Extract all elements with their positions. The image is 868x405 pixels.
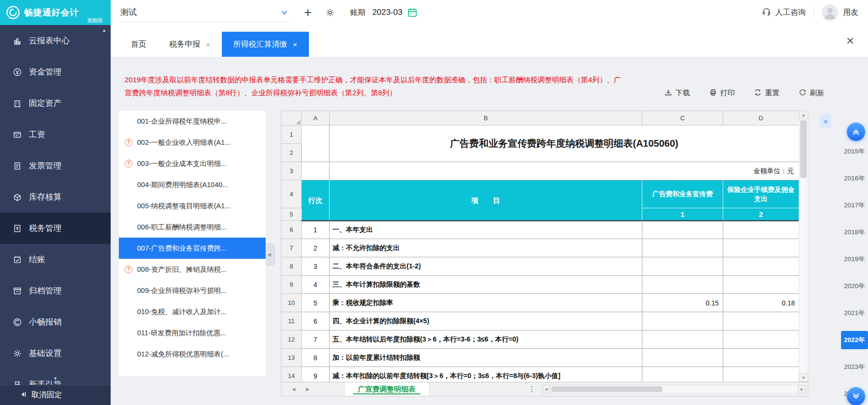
cell-empty[interactable] xyxy=(302,126,330,162)
form-list-item[interactable]: 001-企业所得税年度纳税申... xyxy=(119,111,266,132)
cell-value-col1[interactable] xyxy=(642,257,723,276)
cell-value-col1[interactable] xyxy=(642,276,723,294)
scroll-to-bottom-button[interactable] xyxy=(847,387,865,405)
cell-value-col2[interactable] xyxy=(723,239,799,257)
cell-value-col1[interactable] xyxy=(642,349,723,367)
cell-item[interactable]: 四、本企业计算的扣除限额(4×5) xyxy=(330,312,642,330)
cell-item[interactable]: 减：本年扣除的以前年度结转额[3＞6，本行=0；3≤6，本行=8与(6-3)孰小… xyxy=(330,367,642,382)
cell-value-col2[interactable]: 0.18 xyxy=(723,294,799,312)
row-header-14[interactable]: 14 xyxy=(281,367,302,382)
form-list-item[interactable]: 004-期间费用明细表(A1040... xyxy=(119,174,266,195)
sidebar-item-settings[interactable]: 基础设置 xyxy=(0,338,111,369)
refresh-button[interactable]: 刷新 xyxy=(799,89,824,98)
tab-item-3[interactable]: 所得税汇算清缴× xyxy=(222,32,309,57)
close-tabs-button[interactable]: × xyxy=(839,30,861,52)
row-header-4[interactable]: 4 xyxy=(281,180,302,208)
settings-gear-button[interactable] xyxy=(325,8,335,17)
row-header-12[interactable]: 12 xyxy=(281,330,302,349)
unit-label[interactable]: 金额单位：元 xyxy=(330,162,799,180)
account-set-select[interactable]: 测试 ∨ xyxy=(119,3,291,22)
cell-value-col1[interactable] xyxy=(642,330,723,349)
sheet-tab-prev-icon[interactable]: ◄ xyxy=(291,386,296,392)
scroll-down-icon[interactable]: ▼ xyxy=(799,373,808,382)
form-list-item[interactable]: 007-广告费和业务宣传费跨... xyxy=(119,238,266,259)
form-list-item[interactable]: 005-纳税调整项目明细表(A1... xyxy=(119,195,266,216)
year-item[interactable]: 2015年 xyxy=(841,142,868,161)
sheet-title[interactable]: 广告费和业务宣传费跨年度纳税调整明细表(A105060) xyxy=(330,126,799,162)
cell-item[interactable]: 减：不允许扣除的支出 xyxy=(330,239,642,257)
cell-line-no[interactable]: 3 xyxy=(302,257,330,276)
hscroll-thumb[interactable] xyxy=(551,386,663,392)
year-item[interactable]: 2023年 xyxy=(841,358,868,376)
form-list-item[interactable]: 010-免税、减计收入及加计... xyxy=(119,301,266,322)
collapse-list-button[interactable]: « xyxy=(266,243,275,266)
cell-value-col2[interactable] xyxy=(723,330,799,349)
unpin-button[interactable]: 取消固定 xyxy=(0,385,111,405)
row-header-5[interactable]: 5 xyxy=(281,208,302,221)
sidebar-item-reimburse[interactable]: 小畅报销 xyxy=(0,306,111,338)
year-item[interactable]: 2018年 xyxy=(841,223,868,241)
cell-line-no[interactable]: 8 xyxy=(302,349,330,367)
sidebar-item-tax[interactable]: 税务管理 xyxy=(0,213,111,244)
column-header-C[interactable]: C xyxy=(642,111,723,126)
cell-value-col1[interactable] xyxy=(642,221,723,239)
header-col1[interactable]: 广告费和业务宣传费 xyxy=(642,180,723,208)
add-account-set-button[interactable]: + xyxy=(304,8,312,17)
sidebar-scroll-down-icon[interactable]: ▼ xyxy=(0,376,111,381)
hscroll-track[interactable] xyxy=(550,385,798,393)
cell-value-col2[interactable] xyxy=(723,221,799,239)
cell-value-col2[interactable] xyxy=(723,276,799,294)
row-header-2[interactable]: 2 xyxy=(281,144,302,162)
sheet-tab[interactable]: 广宣费调整明细表 xyxy=(344,382,430,396)
cell-line-no[interactable]: 5 xyxy=(302,294,330,312)
cell-value-col2[interactable] xyxy=(723,312,799,330)
tab-item-2[interactable]: 税务申报× xyxy=(158,32,222,57)
column-header-D[interactable]: D xyxy=(723,111,799,126)
tab-close-icon[interactable]: × xyxy=(293,40,297,49)
consult-link[interactable]: 人工咨询 xyxy=(762,7,806,18)
cell-line-no[interactable]: 4 xyxy=(302,276,330,294)
sidebar-scroll-up-icon[interactable]: ▲ xyxy=(102,28,106,33)
row-header-3[interactable]: 3 xyxy=(281,162,302,180)
sidebar-item-salary[interactable]: 工资 xyxy=(0,119,111,150)
sheet-corner[interactable] xyxy=(281,111,302,126)
cell-item[interactable]: 五、本年结转以后年度扣除额(3＞6，本行=3-6；3≤6，本行=0) xyxy=(330,330,642,349)
tab-close-icon[interactable]: × xyxy=(206,40,210,49)
year-item[interactable]: 2020年 xyxy=(841,277,868,295)
period-value[interactable]: 2023-03 xyxy=(372,8,402,17)
calendar-icon[interactable] xyxy=(407,7,418,18)
cell-empty[interactable] xyxy=(302,162,330,180)
year-item[interactable]: 2017年 xyxy=(841,196,868,215)
row-header-13[interactable]: 13 xyxy=(281,349,302,367)
sidebar-item-closing[interactable]: 结账 xyxy=(0,244,111,275)
sheet-tab-next-icon[interactable]: ► xyxy=(305,386,310,392)
cell-value-col2[interactable] xyxy=(723,367,799,382)
year-item[interactable]: 2022年 xyxy=(841,331,868,349)
cell-line-no[interactable]: 9 xyxy=(302,367,330,382)
sidebar-item-inventory[interactable]: 库存核算 xyxy=(0,181,111,213)
sheet-tab-more-icon[interactable]: ⋮ xyxy=(528,385,536,393)
vscroll-thumb[interactable] xyxy=(800,120,807,178)
form-list-item[interactable]: 012-减免所得税优惠明细表(... xyxy=(119,343,266,365)
cell-line-no[interactable]: 7 xyxy=(302,330,330,349)
header-col2-no[interactable]: 2 xyxy=(723,208,799,221)
cell-item[interactable]: 加：以前年度累计结转扣除额 xyxy=(330,349,642,367)
cell-item[interactable]: 一、本年支出 xyxy=(330,221,642,239)
cell-item[interactable]: 三、本年计算扣除限额的基数 xyxy=(330,276,642,294)
sidebar-item-cloud-report[interactable]: 云报表中心 xyxy=(0,25,111,56)
cell-value-col1[interactable] xyxy=(642,239,723,257)
year-item[interactable]: 2016年 xyxy=(841,169,868,188)
year-rail-toggle-button[interactable]: « xyxy=(820,114,831,128)
sidebar-item-fixed-asset[interactable]: 固定资产 xyxy=(0,88,111,119)
row-header-8[interactable]: 8 xyxy=(281,257,302,276)
user-name[interactable]: 用友 xyxy=(843,8,858,18)
header-col2[interactable]: 保险企业手续费及佣金支出 xyxy=(723,180,799,208)
column-header-B[interactable]: B xyxy=(330,111,642,126)
print-button[interactable]: 打印 xyxy=(709,89,735,98)
row-header-9[interactable]: 9 xyxy=(281,276,302,294)
cell-value-col2[interactable] xyxy=(723,349,799,367)
form-list-item[interactable]: ?008-资产折旧、摊销及纳税... xyxy=(119,259,266,280)
download-button[interactable]: 下载 xyxy=(664,89,690,98)
cell-line-no[interactable]: 6 xyxy=(302,312,330,330)
row-header-6[interactable]: 6 xyxy=(281,221,302,239)
